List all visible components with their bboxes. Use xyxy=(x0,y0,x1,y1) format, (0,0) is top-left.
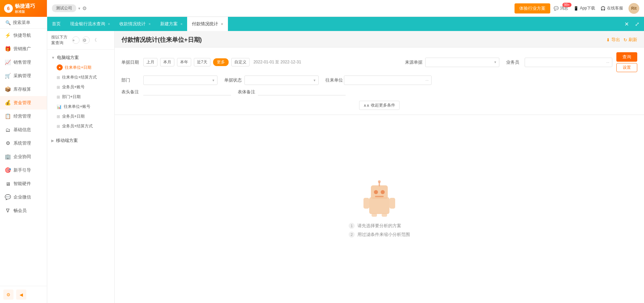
settings-icon: ⚙ xyxy=(83,38,89,43)
scheme-item-label: 业务员+日期 xyxy=(62,114,85,119)
this-month-btn[interactable]: 本月 xyxy=(160,58,174,66)
salesperson-select[interactable]: ··· xyxy=(525,58,612,67)
sidebar-item-label: 新手引导 xyxy=(13,167,31,173)
scheme-item-dept-date[interactable]: ⊞ 部门+日期 xyxy=(47,92,114,102)
sidebar-settings-btn[interactable]: ⚙ xyxy=(3,290,13,300)
svg-rect-7 xyxy=(372,213,377,217)
sidebar-header: 6 畅捷通巧 标准版 xyxy=(0,0,47,17)
source-filter-label: 来源单据 xyxy=(405,59,425,65)
company-dropdown-icon[interactable]: ▾ xyxy=(78,6,80,11)
scheme-collapse-btn[interactable]: 《 xyxy=(92,37,111,43)
export-icon: ⬇ xyxy=(606,37,610,42)
refresh-label: 刷新 xyxy=(628,37,637,43)
body-note-input[interactable] xyxy=(258,88,346,95)
tab-expand-btn[interactable]: ⤢ xyxy=(633,20,641,28)
scheme-item-label: 业务员+结算方式 xyxy=(62,123,93,129)
sidebar-item-member[interactable]: ∇ 畅会员 xyxy=(0,204,47,217)
message-icon: 💬 xyxy=(554,6,559,11)
sidebar-item-basic-info[interactable]: 🗂 基础信息 xyxy=(0,123,47,137)
scheme-item-salesperson-date[interactable]: ⊞ 业务员+日期 xyxy=(47,112,114,121)
scheme-settings-btn[interactable]: ⚙ xyxy=(82,36,90,44)
wechat-icon: 💬 xyxy=(5,194,11,200)
last-7-days-btn[interactable]: 近7天 xyxy=(194,58,210,66)
tab-receipt-stats[interactable]: 收款情况统计 × xyxy=(115,17,155,31)
this-year-btn[interactable]: 本年 xyxy=(177,58,191,66)
export-btn[interactable]: ⬇ 导出 xyxy=(606,37,620,43)
sidebar-item-guide[interactable]: 🎯 新手引导 xyxy=(0,163,47,177)
tab-close-all-btn[interactable]: ✕ xyxy=(622,20,631,28)
scheme-panel-title: 按以下方案查询 xyxy=(51,34,69,46)
scheme-add-btn[interactable]: + xyxy=(72,36,80,44)
sidebar-item-marketing[interactable]: 🎁 营销推广 xyxy=(0,42,47,56)
scheme-item-partner-date[interactable]: ● 往来单位+日期 xyxy=(47,62,114,72)
chevron-down-icon: ▼ xyxy=(51,56,55,60)
svg-rect-0 xyxy=(369,197,389,214)
purchase-icon: 🛒 xyxy=(5,73,11,79)
tab-bank-flow-close[interactable]: × xyxy=(108,22,110,26)
hint-num-1: 1 xyxy=(349,223,355,229)
topbar: 测试公司 ▾ ⚙ 体验行业方案 💬 消息 99+ 📱 App下载 🎧 在线客服 … xyxy=(47,0,644,17)
filter-settings-btn[interactable]: 设置 xyxy=(616,63,637,72)
table-icon: ⊞ xyxy=(57,75,60,80)
tab-payment-stats-close[interactable]: × xyxy=(221,22,223,26)
sidebar-item-system[interactable]: ⚙ 系统管理 xyxy=(0,137,47,150)
tab-home-label: 首页 xyxy=(52,21,61,27)
more-btn[interactable]: 更多 xyxy=(213,58,229,66)
date-filter-content: 上月 本月 本年 近7天 更多 自定义 2022-01-01 至 2022-12… xyxy=(143,58,398,66)
avatar[interactable]: Rit xyxy=(628,3,639,14)
filter-row-2: 部门 ▾ 单据状态 ▾ 往来单位 ··· xyxy=(121,75,637,85)
sidebar-item-capital[interactable]: 💰 资金管理 xyxy=(0,96,47,110)
tab-new-plan-close[interactable]: × xyxy=(180,22,182,26)
company-name[interactable]: 测试公司 xyxy=(52,4,76,12)
topbar-gear-icon[interactable]: ⚙ xyxy=(82,5,87,11)
partner-select[interactable]: ··· xyxy=(344,75,432,85)
scheme-item-label: 往来单位+结算方式 xyxy=(62,74,97,80)
scheme-group-mobile-header[interactable]: ▶ 移动端方案 xyxy=(47,136,114,145)
table-icon: ⊞ xyxy=(57,95,60,99)
smart-hw-icon: 🖥 xyxy=(5,181,11,187)
tab-receipt-stats-close[interactable]: × xyxy=(148,22,150,26)
enterprise-icon: 🏢 xyxy=(5,154,11,160)
tab-new-plan[interactable]: 新建方案 × xyxy=(155,17,187,31)
partner-dots-icon: ··· xyxy=(426,78,429,82)
sidebar-item-inventory[interactable]: 📦 库存核算 xyxy=(0,83,47,96)
date-range-text: 2022-01-01 至 2022-12-31 xyxy=(254,59,301,65)
dept-select[interactable]: ▾ xyxy=(143,75,217,85)
header-note-input[interactable] xyxy=(143,88,231,95)
sidebar-collapse-btn[interactable]: ◀ xyxy=(16,290,26,300)
sidebar-item-smart-hw[interactable]: 🖥 智能硬件 xyxy=(0,177,47,190)
sidebar-search[interactable]: 🔍 搜索菜单 xyxy=(0,17,47,29)
custom-btn[interactable]: 自定义 xyxy=(231,58,250,66)
sidebar-item-purchase[interactable]: 🛒 采购管理 xyxy=(0,69,47,83)
scheme-item-label: 业务员+账号 xyxy=(62,84,85,90)
tab-bank-flow[interactable]: 现金银行流水查询 × xyxy=(65,17,115,31)
right-panel: 付款情况统计(往来单位+日期) ⬇ 导出 ↻ 刷新 单据日期 xyxy=(115,31,644,303)
sidebar-item-label: 资金管理 xyxy=(13,100,31,106)
scheme-item-partner-account[interactable]: 📊 往来单位+账号 xyxy=(47,102,114,112)
tab-payment-stats[interactable]: 付款情况统计 × xyxy=(187,17,228,31)
online-service-btn[interactable]: 🎧 在线客服 xyxy=(601,5,623,11)
message-btn[interactable]: 💬 消息 99+ xyxy=(554,5,568,11)
sidebar-item-operations[interactable]: 📋 经营管理 xyxy=(0,110,47,123)
collapse-more-btn[interactable]: ∧∧ 收起更多条件 xyxy=(359,101,400,110)
refresh-btn[interactable]: ↻ 刷新 xyxy=(623,37,637,43)
last-month-btn[interactable]: 上月 xyxy=(143,58,157,66)
app-download-btn[interactable]: 📱 App下载 xyxy=(574,5,595,11)
tab-home[interactable]: 首页 xyxy=(47,17,65,31)
source-select[interactable]: ▾ xyxy=(425,58,499,67)
add-icon: + xyxy=(72,38,79,43)
dept-chevron-icon: ▾ xyxy=(212,78,214,83)
doc-status-label: 单据状态 xyxy=(224,77,244,83)
scheme-item-salesperson-account[interactable]: ⊞ 业务员+账号 xyxy=(47,82,114,92)
sidebar-item-wechat[interactable]: 💬 企业微信 xyxy=(0,190,47,204)
trial-industry-btn[interactable]: 体验行业方案 xyxy=(515,3,550,13)
sidebar-item-sales[interactable]: 📈 销售管理 xyxy=(0,56,47,69)
sidebar-item-quick-nav[interactable]: ⚡ 快捷导航 xyxy=(0,29,47,42)
dept-label: 部门 xyxy=(121,77,143,83)
scheme-item-partner-settle[interactable]: ⊞ 往来单位+结算方式 xyxy=(47,72,114,82)
sidebar-item-enterprise[interactable]: 🏢 企业协同 xyxy=(0,150,47,163)
query-btn[interactable]: 查询 xyxy=(616,52,637,62)
scheme-item-salesperson-settle[interactable]: ⊞ 业务员+结算方式 xyxy=(47,121,114,131)
scheme-group-desktop-header[interactable]: ▼ 电脑端方案 xyxy=(47,53,114,62)
doc-status-select[interactable]: ▾ xyxy=(244,75,319,85)
